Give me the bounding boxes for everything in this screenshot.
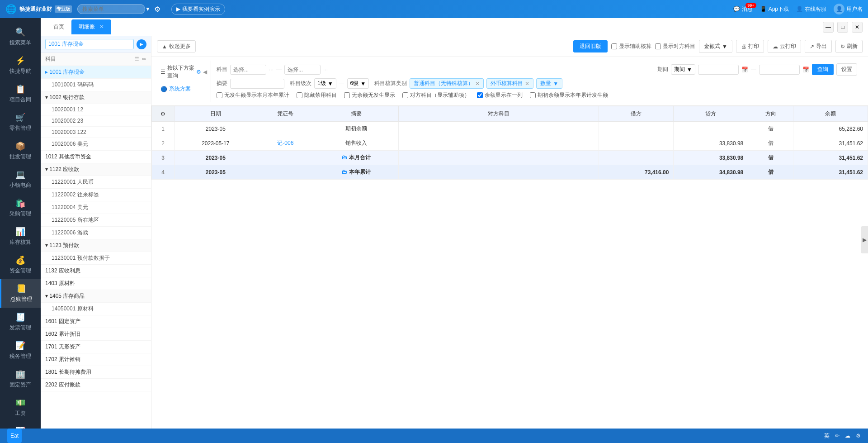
voucher-link[interactable]: 记-006 [277,140,293,146]
tree-item-10020003[interactable]: 10020003 122 [41,127,151,138]
nav-next-btn[interactable]: ▶ [137,39,146,49]
sidebar-item-nav[interactable]: ⚡ 快捷导航 [0,51,41,80]
system-scheme-btn[interactable]: 🔵 系统方案 [160,83,207,95]
tree-item-10020006[interactable]: 10020006 美元 [41,138,151,151]
level-end-select[interactable]: 6级 ▼ [347,78,369,89]
tab-ledger[interactable]: 明细账 ✕ [71,19,111,34]
tree-item-14050001[interactable]: 14050001 原材料 [41,303,151,315]
tree-item-1701[interactable]: 1701 无形资产 [41,341,151,353]
sidebar-item-tax[interactable]: 📝 税务管理 [0,336,41,365]
balance-one-col-checkbox[interactable] [477,92,483,98]
print-btn[interactable]: 🖨 打印 [736,40,764,53]
tree-item-1123[interactable]: ▾ 1123 预付款 [41,239,151,252]
sidebar-item-salary[interactable]: 💵 工资 [0,393,41,422]
topbar-gear-icon[interactable]: ⚙ [154,5,160,14]
sidebar-item-search[interactable]: 🔍 搜索菜单 [0,23,41,51]
topbar-search-input[interactable] [77,4,145,14]
tree-item-1601[interactable]: 1601 固定资产 [41,315,151,328]
period-end-input[interactable]: 2023-05 [759,65,800,75]
show-opposite-checkbox[interactable] [655,43,661,49]
sidebar-item-finance[interactable]: 💰 资金管理 [0,251,41,279]
tree-item-1801[interactable]: 1801 长期待摊费用 [41,366,151,379]
status-settings[interactable]: ⚙ [856,433,861,439]
settings-icon-small[interactable]: ⚙ [196,69,201,75]
app-download-btn[interactable]: 📱 App下载 [760,5,789,13]
tab-home[interactable]: 首页 [46,19,71,34]
status-edit[interactable]: ✏ [835,433,840,439]
settings-col-icon[interactable]: ⚙ [160,111,165,117]
tree-item-1002[interactable]: ▾ 1002 银行存款 [41,91,151,104]
calendar-start-icon[interactable]: 📅 [741,67,748,73]
sidebar-item-inventory[interactable]: 📊 库存核算 [0,222,41,251]
tree-item-10020001[interactable]: 10020001 12 [41,104,151,115]
tab-maximize-btn[interactable]: □ [837,22,848,33]
tree-item-1702[interactable]: 1702 累计摊销 [41,353,151,366]
tree-item-11220001[interactable]: 11220001 人民币 [41,176,151,189]
tree-edit-icon[interactable]: ✏ [142,56,146,62]
user-profile-btn[interactable]: 👤 用户名 [834,4,863,14]
tree-item-10010001[interactable]: 10010001 码码码 [41,79,151,91]
tree-item-11220005[interactable]: 11220005 所在地区 [41,214,151,227]
tag-quantity-subject[interactable]: 数量 ▼ [536,78,562,89]
tree-item-1122[interactable]: ▾ 1122 应收款 [41,163,151,176]
tree-item-11220004[interactable]: 11220004 美元 [41,201,151,214]
tag-close-icon[interactable]: ✕ [475,81,480,87]
topbar-demo-btn[interactable]: ▶ 我要看实例演示 [171,4,225,15]
hide-disabled-checkbox[interactable] [297,92,302,98]
tag-normal-subject[interactable]: 普通科目（无特殊核算） ✕ [410,78,484,89]
no-balance-checkbox[interactable] [344,92,350,98]
tree-item-1405[interactable]: ▾ 1405 库存商品 [41,290,151,303]
tab-minimize-btn[interactable]: — [823,22,834,33]
export-btn[interactable]: ↗ 导出 [805,40,832,53]
expand-more-btn[interactable]: ▲ 收起更多 [157,40,196,52]
tree-list-icon[interactable]: ☰ [134,56,139,62]
sidebar-item-project[interactable]: 📋 项目合同 [0,80,41,108]
tab-close-window-btn[interactable]: ✕ [852,22,863,33]
tree-item-10020002[interactable]: 10020002 23 [41,115,151,127]
sidebar-item-assets[interactable]: 🏢 固定资产 [0,365,41,393]
period-type-select[interactable]: 期间 ▼ [671,64,695,75]
format-btn[interactable]: 金额式 ▼ [699,40,732,53]
period-start-input[interactable]: 2023-05 [698,65,739,75]
subject-end-input[interactable] [284,65,321,75]
refresh-btn[interactable]: ↻ 刷新 [835,40,863,53]
tree-item-1602[interactable]: 1602 累计折旧 [41,328,151,341]
sidebar-item-ecommerce[interactable]: 💻 小畅电商 [0,165,41,194]
sidebar-item-invoice[interactable]: 🧾 发票管理 [0,308,41,336]
show-year-amount-checkbox[interactable] [530,92,536,98]
tree-item-1012[interactable]: 1012 其他货币资金 [41,151,151,163]
close-scheme-icon[interactable]: ◀ [203,69,207,75]
sidebar-item-accounting[interactable]: 📒 总账管理 [0,279,41,308]
online-service-btn[interactable]: 👤 在线客服 [796,5,826,13]
tab-close-btn[interactable]: ✕ [99,24,104,30]
tree-item-1403[interactable]: 1403 原材料 [41,277,151,290]
status-cloud[interactable]: ☁ [845,433,850,439]
level-start-select[interactable]: 1级 ▼ [314,78,336,89]
tag-foreign-subject[interactable]: 外币核算科目 ✕ [486,78,533,89]
tree-item-11220002[interactable]: 11220002 往来标签 [41,189,151,201]
return-old-version-btn[interactable]: 退回旧版 [573,40,608,52]
calendar-end-icon[interactable]: 📅 [802,67,809,73]
message-btn[interactable]: 💬 消息 99+ [733,5,752,13]
cloud-print-btn[interactable]: ☁ 云打印 [768,40,801,53]
tree-item-11230001[interactable]: 11230001 预付款数据于 [41,252,151,265]
eat-badge[interactable]: Eat [7,429,22,443]
summary-input[interactable] [230,79,284,89]
sidebar-item-retail[interactable]: 🛒 零售管理 [0,108,41,137]
no-amount-checkbox[interactable] [217,92,222,98]
tree-item-1132[interactable]: 1132 应收利息 [41,265,151,277]
query-btn[interactable]: 查询 [812,64,834,75]
show-opposite-filter-checkbox[interactable] [402,92,408,98]
subject-input[interactable] [230,65,266,75]
show-aux-checkbox[interactable] [611,43,617,49]
status-lang[interactable]: 英 [824,432,830,440]
tag-close-icon[interactable]: ✕ [525,81,529,87]
sidebar-item-wholesale[interactable]: 📦 批发管理 [0,137,41,165]
topbar-dropdown-btn[interactable]: ▼ [145,6,151,12]
tree-item-2202[interactable]: 2202 应付账款 [41,379,151,391]
sidebar-item-purchase[interactable]: 🛍️ 采购管理 [0,194,41,222]
right-collapse-tab[interactable]: ▶ [861,226,868,253]
tree-item-11220006[interactable]: 11220006 游戏 [41,227,151,239]
tree-item-1001[interactable]: ▸ 1001 库存现金 [41,66,151,79]
setting-btn[interactable]: 设置 [836,63,857,76]
